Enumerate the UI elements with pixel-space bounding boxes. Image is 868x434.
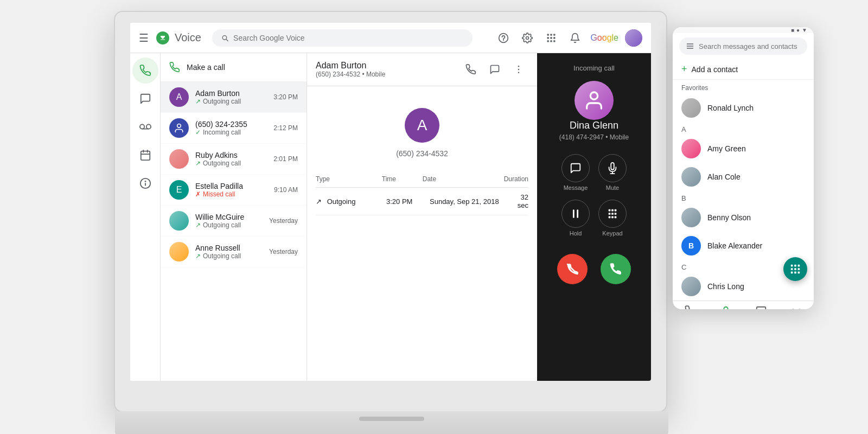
fab-button[interactable] [783, 257, 807, 281]
sidebar-item-calendar[interactable] [132, 142, 158, 168]
call-info-4: Estella Padilla ✗ Missed call [195, 182, 267, 198]
svg-rect-2 [551, 34, 552, 35]
sidebar [130, 53, 161, 381]
nav-actions: Google [495, 29, 642, 47]
svg-rect-30 [611, 209, 614, 212]
contact-item-alan[interactable]: Alan Cole [673, 163, 814, 191]
app-name: Voice [175, 31, 201, 44]
notifications-button[interactable] [566, 29, 584, 47]
call-type-5: ↗ Outgoing call [195, 221, 263, 229]
call-avatar-3 [169, 149, 189, 169]
call-item-6[interactable]: Anne Russell ↗ Outgoing call Yesterday [161, 237, 307, 267]
call-item-3[interactable]: Ruby Adkins ↗ Outgoing call 2:01 PM [161, 144, 307, 175]
make-call-label: Make a call [187, 63, 225, 72]
svg-rect-45 [791, 268, 793, 270]
menu-icon[interactable]: ☰ [139, 31, 149, 44]
svg-rect-29 [609, 209, 611, 212]
search-icon [221, 34, 229, 42]
col-time-header: Time [382, 175, 423, 183]
message-ctrl-button[interactable]: Message [561, 154, 590, 191]
call-name-6: Anne Russell [195, 244, 263, 252]
app-logo: Voice [155, 30, 201, 46]
call-item-5[interactable]: Willie McGuire ↗ Outgoing call Yesterday [161, 206, 307, 237]
svg-rect-50 [798, 272, 800, 274]
contact-avatar-blake: B [681, 236, 701, 256]
answer-button[interactable] [601, 254, 631, 284]
call-info-5: Willie McGuire ↗ Outgoing call [195, 213, 263, 229]
call-time-2: 2:12 PM [273, 124, 298, 132]
search-input[interactable] [233, 34, 464, 42]
help-button[interactable] [495, 29, 512, 47]
mobile-nav-contacts[interactable]: Contacts [708, 301, 743, 309]
call-avatar-4: E [169, 180, 189, 200]
add-contact-button[interactable]: + Add a contact [673, 59, 814, 80]
call-name-4: Estella Padilla [195, 182, 267, 190]
calls-nav-icon [685, 305, 697, 309]
add-contact-label: Add a contact [692, 65, 738, 74]
call-log-header: Type Time Date Duration [316, 171, 528, 188]
svg-rect-46 [794, 268, 796, 270]
detail-header: Adam Burton (650) 234-4532 • Mobile [307, 53, 537, 86]
mobile-nav-calls[interactable]: Calls [673, 301, 708, 309]
detail-phone: (650) 234-4532 [396, 149, 448, 158]
call-log-row-1: ↗ Outgoing 3:20 PM Sunday, Sep 21, 2018 … [316, 188, 528, 215]
keypad-ctrl-button[interactable]: Keypad [598, 200, 627, 237]
mute-ctrl-button[interactable]: Mute [598, 154, 627, 191]
call-time-3: 2:01 PM [273, 155, 298, 163]
sidebar-item-messages[interactable] [132, 86, 158, 112]
contact-item-amy[interactable]: Amy Green [673, 135, 814, 163]
call-type-4: ✗ Missed call [195, 190, 267, 198]
incoming-call-panel: Incoming call Dina Glenn (418) 474-2947 … [537, 53, 651, 381]
contact-name-chris: Chris Long [707, 282, 744, 291]
hold-ctrl-button[interactable]: Hold [561, 200, 590, 237]
sidebar-item-voicemail[interactable] [132, 114, 158, 140]
sidebar-item-calls[interactable] [132, 58, 158, 84]
svg-rect-5 [551, 37, 552, 39]
search-bar[interactable] [212, 29, 473, 47]
contact-avatar-chris [681, 277, 701, 296]
sidebar-item-info[interactable] [132, 170, 158, 196]
contact-item-blake[interactable]: B Blake Alexander [673, 232, 814, 260]
reject-button[interactable] [557, 254, 588, 284]
settings-button[interactable] [519, 29, 536, 47]
call-button[interactable] [461, 60, 481, 79]
svg-rect-4 [547, 37, 549, 39]
svg-rect-43 [794, 265, 796, 267]
outgoing-icon: ↗ [316, 197, 322, 206]
mobile-search-bar[interactable] [679, 37, 807, 55]
user-avatar[interactable] [625, 29, 642, 47]
voicemail-nav-icon [790, 305, 802, 309]
apps-button[interactable] [542, 29, 560, 47]
call-controls-2: Hold Keypad [561, 200, 627, 237]
message-button[interactable] [485, 60, 505, 79]
detail-body: A (650) 234-4532 Type Time Date Duration [307, 86, 537, 381]
more-button[interactable] [509, 60, 528, 79]
mobile-nav-messages[interactable]: Messages [743, 301, 778, 309]
call-name-2: (650) 324-2355 [195, 120, 267, 129]
svg-point-22 [518, 69, 520, 71]
log-time-1: 3:20 PM [386, 197, 430, 206]
contact-avatar-benny [681, 208, 701, 227]
keypad-ctrl-label: Keypad [602, 230, 622, 237]
make-call-button[interactable]: Make a call [161, 53, 307, 82]
mobile-search-input[interactable] [699, 42, 801, 50]
incoming-caller-avatar [575, 81, 614, 120]
mobile-menu-icon[interactable] [686, 42, 694, 50]
call-item-2[interactable]: (650) 324-2355 ✓ Incoming call 2:12 PM [161, 113, 307, 144]
mobile-status-bar: ■ ● ▼ [673, 27, 814, 33]
call-item-4[interactable]: E Estella Padilla ✗ Missed call 9:10 AM [161, 175, 307, 206]
contact-item-benny[interactable]: Benny Olson [673, 203, 814, 232]
log-type-1: ↗ Outgoing [316, 197, 386, 206]
svg-rect-31 [615, 209, 617, 212]
mobile-nav-voicemail[interactable]: Voicemail [778, 301, 814, 309]
call-avatar-2 [169, 118, 189, 138]
add-icon: + [681, 63, 687, 75]
svg-point-20 [177, 124, 181, 128]
call-type-6: ↗ Outgoing call [195, 252, 263, 260]
svg-point-10 [139, 124, 144, 129]
call-item-1[interactable]: A Adam Burton ↗ Outgoing call 3:20 PM [161, 82, 307, 113]
svg-point-24 [590, 92, 597, 99]
incoming-call-label: Incoming call [573, 64, 615, 72]
contact-item-ronald[interactable]: Ronald Lynch [673, 94, 814, 122]
svg-rect-8 [551, 40, 552, 42]
